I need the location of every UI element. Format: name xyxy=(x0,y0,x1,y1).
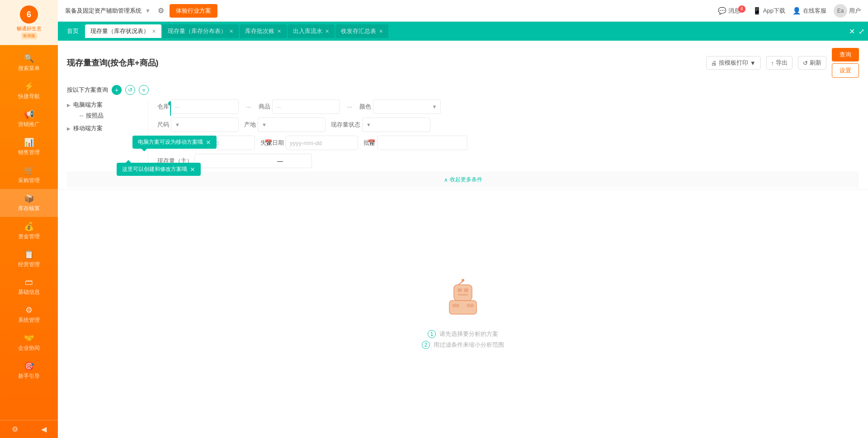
color-field[interactable]: ▼ xyxy=(373,99,441,114)
tab-close-icon[interactable]: ✕ xyxy=(325,28,329,34)
logo-text: 畅通好生意 xyxy=(17,25,42,32)
svg-rect-6 xyxy=(467,304,474,307)
sidebar-item-basic[interactable]: 🗃 基础信息 xyxy=(0,273,58,301)
goods-field[interactable]: ··· xyxy=(272,99,340,114)
scheme-mobile-group[interactable]: ▶ 移动端方案 xyxy=(67,123,142,134)
tooltip-close-btn2[interactable]: ✕ xyxy=(190,166,195,173)
svg-rect-1 xyxy=(458,288,462,292)
export-btn[interactable]: ↑ 导出 xyxy=(766,56,793,70)
tab-home-label: 首页 xyxy=(67,27,79,35)
sidebar-item-sales[interactable]: 📊 销售管理 xyxy=(0,133,58,161)
goods-dots: ··· xyxy=(276,104,281,110)
tab-inventory-status[interactable]: 现存量（库存状况表） ✕ xyxy=(85,24,161,38)
tab-batch[interactable]: 库存批次账 ✕ xyxy=(240,24,287,38)
batch-field[interactable] xyxy=(377,136,467,150)
avatar: Ea xyxy=(834,4,847,18)
scheme-sub-items: ─ 按照品 xyxy=(76,110,142,121)
page-actions: 🖨 按模板打印 ▼ ↑ 导出 ↺ 刷新 查询 设置 xyxy=(706,48,859,78)
scheme-sub-item[interactable]: ─ 按照品 xyxy=(76,110,142,121)
sidebar-item-label: 企业协同 xyxy=(18,344,40,352)
app-download-icon: 📱 xyxy=(753,7,761,15)
sidebar-item-search[interactable]: 🔍 搜索菜单 xyxy=(0,49,58,77)
collapse-label: 收起更多条件 xyxy=(450,176,482,184)
app-download-btn[interactable]: 📱 App下载 xyxy=(753,7,785,15)
filter-back-btn[interactable]: « xyxy=(139,85,149,95)
tooltip-text: 电脑方案可设为移动方案哦 xyxy=(138,138,203,146)
sub-arrow: ─ xyxy=(80,113,83,118)
setting-btn[interactable]: 设置 xyxy=(832,63,859,78)
filter-add-btn[interactable]: + xyxy=(112,85,122,95)
tab-home[interactable]: 首页 xyxy=(61,24,84,38)
marketing-icon: 📢 xyxy=(24,109,34,119)
warehouse-field[interactable]: ··· xyxy=(171,99,239,114)
dropdown-icon: ▼ xyxy=(750,60,756,66)
tab-close-icon[interactable]: ✕ xyxy=(152,28,156,34)
refresh-icon: ↺ xyxy=(803,60,808,66)
sidebar-item-operation[interactable]: 📋 经营管理 xyxy=(0,245,58,273)
warehouse-dots: ··· xyxy=(175,104,180,110)
filter-field-wrapper: 失效日期 📅 xyxy=(260,136,358,150)
empty-state: 1 请先选择要分析的方案 2 用过滤条件来缩小分析范围 xyxy=(58,189,868,438)
filter-row-3: 生产日期 📅 失效日期 📅 xyxy=(157,136,859,150)
app-download-label: App下载 xyxy=(763,7,785,15)
sidebar-item-system[interactable]: ⚙ 系统管理 xyxy=(0,301,58,329)
field-label-size: 尺码 xyxy=(157,121,169,129)
tab-close-icon[interactable]: ✕ xyxy=(229,28,233,34)
sidebar-item-purchase[interactable]: 🛒 采购管理 xyxy=(0,161,58,189)
tab-close-icon[interactable]: ✕ xyxy=(379,28,383,34)
topbar-settings-icon[interactable]: ⚙ xyxy=(158,6,164,15)
sidebar-item-label: 系统管理 xyxy=(18,316,40,324)
sidebar-item-guide[interactable]: 🎯 新手引导 xyxy=(0,357,58,385)
sidebar: 6 畅通好生意 标准版 🔍 搜索菜单 ⚡ 快捷导航 📢 营销推广 📊 销售管理 … xyxy=(0,0,58,438)
size-field[interactable]: ▼ xyxy=(171,118,239,132)
user-profile-btn[interactable]: Ea 用户 xyxy=(834,4,861,18)
sidebar-item-quick[interactable]: ⚡ 快捷导航 xyxy=(0,77,58,105)
sidebar-item-finance[interactable]: 💰 资金管理 xyxy=(0,217,58,245)
tab-label: 库存批次账 xyxy=(245,27,274,35)
filter-refresh-btn[interactable]: ↺ xyxy=(125,85,135,95)
tabbar: 首页 现存量（库存状况表） ✕ 现存量（库存分布表） ✕ 库存批次账 ✕ 出入库… xyxy=(58,22,868,41)
online-support-btn[interactable]: 👤 在线客服 xyxy=(793,7,826,15)
tooltip-close-btn[interactable]: ✕ xyxy=(206,139,211,146)
sidebar-item-inventory[interactable]: 📦 库存核算 xyxy=(0,189,58,217)
field-label-warehouse: 仓库 xyxy=(157,103,169,111)
origin-field[interactable]: ▼ xyxy=(258,118,326,132)
stock-range-max-input[interactable] xyxy=(286,158,362,165)
arrow-icon: ▶ xyxy=(67,126,71,131)
stock-range-min-input[interactable] xyxy=(198,158,274,165)
stock-range-field[interactable]: — xyxy=(194,154,312,168)
collapse-icon: ∧ xyxy=(444,177,448,183)
stock-status-field[interactable]: ▼ xyxy=(362,118,430,132)
page-header: 现存量查询(按仓库+商品) 🖨 按模板打印 ▼ ↑ 导出 ↺ 刷新 查询 设置 xyxy=(58,41,868,81)
scheme-desktop-group[interactable]: ▶ 电脑端方案 xyxy=(67,99,142,110)
system-dropdown[interactable]: ▼ xyxy=(145,8,151,14)
refresh-btn[interactable]: ↺ 刷新 xyxy=(798,56,826,70)
scheme-sub-label: 按照品 xyxy=(86,112,104,120)
sidebar-collapse-btn[interactable]: ◀ xyxy=(41,425,47,433)
sidebar-item-label: 基础信息 xyxy=(18,288,40,296)
field-label-color: 颜色 xyxy=(359,103,371,111)
arrow-icon: ▶ xyxy=(67,103,71,108)
template-print-btn[interactable]: 🖨 按模板打印 ▼ xyxy=(706,56,761,70)
sidebar-item-enterprise[interactable]: 🤝 企业协同 xyxy=(0,329,58,357)
field-label-origin: 产地 xyxy=(244,121,256,129)
sidebar-settings-btn[interactable]: ⚙ xyxy=(12,425,18,433)
notification-btn[interactable]: 💬 消息 6 xyxy=(718,7,745,15)
tab-summary[interactable]: 收发存汇总表 ✕ xyxy=(335,24,388,38)
exp-date-input[interactable] xyxy=(290,140,366,146)
sidebar-item-marketing[interactable]: 📢 营销推广 xyxy=(0,105,58,133)
purchase-icon: 🛒 xyxy=(24,165,34,175)
tabbar-expand-icon[interactable]: ⤢ xyxy=(859,27,864,36)
tab-inout[interactable]: 出入库流水 ✕ xyxy=(288,24,335,38)
query-btn[interactable]: 查询 xyxy=(832,48,859,61)
tab-close-icon[interactable]: ✕ xyxy=(277,28,281,34)
exp-date-field[interactable]: 📅 xyxy=(286,136,358,150)
scheme-mobile-label: 移动端方案 xyxy=(73,124,103,132)
quick-icon: ⚡ xyxy=(24,81,34,91)
sidebar-item-label: 销售管理 xyxy=(18,149,40,156)
print-icon: 🖨 xyxy=(711,60,717,66)
field-label-stock-status: 现存量状态 xyxy=(331,121,360,129)
tab-inventory-dist[interactable]: 现存量（库存分布表） ✕ xyxy=(162,24,239,38)
tabbar-close-all-icon[interactable]: ✕ xyxy=(849,27,855,36)
experience-btn[interactable]: 体验行业方案 xyxy=(170,4,217,18)
